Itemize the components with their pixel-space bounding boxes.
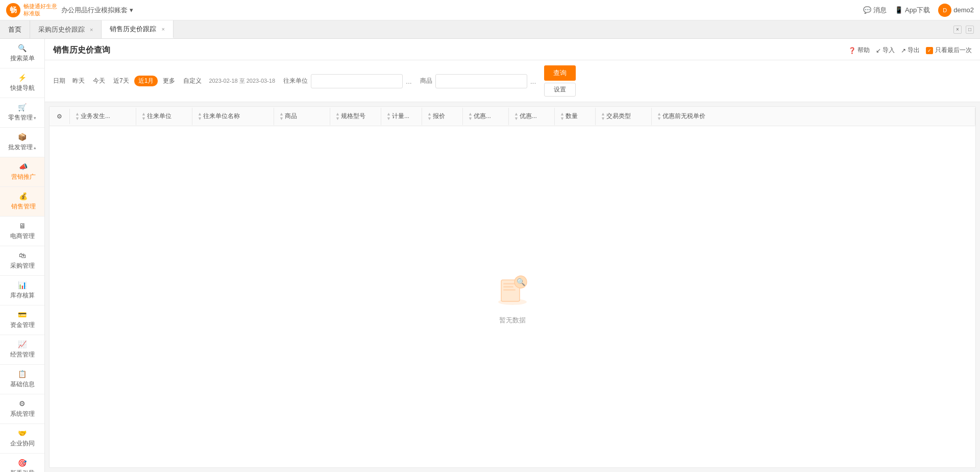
- help-label: 帮助: [857, 46, 870, 55]
- settings-icon: ⚙: [57, 113, 62, 120]
- sidebar-item-system[interactable]: ⚙ 系统管理: [0, 394, 44, 424]
- table-container: ⚙ ▲▼ 业务发生... ▲▼ 往来单位 ▲▼ 往来单位名称 ▲▼ 商品: [49, 106, 976, 468]
- th-price-notax[interactable]: ▲▼ 优惠前无税单价: [652, 108, 975, 125]
- export-icon: ↗: [901, 47, 906, 54]
- help-button[interactable]: ❓ 帮助: [848, 46, 870, 55]
- sidebar-item-finance[interactable]: 💳 资金管理: [0, 305, 44, 335]
- tab-home[interactable]: 首页: [0, 20, 30, 38]
- retail-icon: 🛒: [18, 103, 27, 111]
- download-icon: 📱: [895, 6, 903, 14]
- tab-close-sales[interactable]: ×: [161, 26, 164, 32]
- sidebar-item-inventory[interactable]: 📊 库存核算: [0, 276, 44, 305]
- th-quantity[interactable]: ▲▼ 数量: [555, 108, 596, 125]
- page-title: 销售历史价查询: [53, 45, 110, 56]
- tab-sales-history[interactable]: 销售历史价跟踪 ×: [102, 20, 173, 38]
- sidebar-item-salesmgmt[interactable]: 💰 销售管理: [0, 187, 44, 217]
- th-sort-icon: ▲▼: [75, 112, 80, 121]
- th-trade-type-label: 交易类型: [606, 112, 631, 121]
- goods-filter-group: 商品 ...: [420, 74, 536, 88]
- sidebar-label-search: 搜索菜单: [10, 54, 35, 63]
- import-button[interactable]: ↙ 导入: [876, 46, 895, 55]
- sidebar-item-quicknav[interactable]: ⚡ 快捷导航: [0, 68, 44, 98]
- date-btn-1month[interactable]: 近1月: [134, 76, 158, 86]
- top-bar-left: 畅 畅捷通好生意 标准版 办公用品行业模拟账套 ▾: [6, 3, 133, 17]
- logo-icon: 畅: [6, 3, 20, 17]
- th-sort-icon11: ▲▼: [601, 112, 605, 121]
- th-partner-code[interactable]: ▲▼ 往来单位: [136, 108, 192, 125]
- sidebar-item-search[interactable]: 🔍 搜索菜单: [0, 39, 44, 68]
- th-sort-icon8: ▲▼: [468, 112, 473, 121]
- sidebar-label-quicknav: 快捷导航: [10, 84, 35, 92]
- app-title-area[interactable]: 办公用品行业模拟账套 ▾: [61, 6, 133, 15]
- sidebar-item-retail[interactable]: 🛒 零售管理 ▾: [0, 98, 44, 128]
- svg-text:🔍: 🔍: [517, 278, 526, 287]
- maximize-window-button[interactable]: □: [966, 26, 974, 34]
- empty-text: 暂无数据: [499, 316, 526, 325]
- content-area: 销售历史价查询 ❓ 帮助 ↙ 导入 ↗ 导出 ✓ 只看最后一次: [45, 39, 980, 472]
- th-goods[interactable]: ▲▼ 商品: [274, 108, 330, 125]
- tab-close-purchase[interactable]: ×: [90, 27, 93, 33]
- th-sort-icon12: ▲▼: [657, 112, 662, 121]
- th-partner-name[interactable]: ▲▼ 往来单位名称: [192, 108, 274, 125]
- th-unit-label: 计量...: [392, 112, 409, 121]
- sidebar-item-basic[interactable]: 📋 基础信息: [0, 365, 44, 394]
- th-goods-label: 商品: [285, 112, 297, 121]
- partner-label: 往来单位: [283, 77, 308, 85]
- th-sort-icon6: ▲▼: [386, 112, 391, 121]
- close-window-button[interactable]: ×: [953, 26, 962, 34]
- date-btn-7days[interactable]: 近7天: [110, 76, 132, 86]
- import-icon: ↙: [876, 47, 881, 54]
- tab-purchase-history[interactable]: 采购历史价跟踪 ×: [30, 20, 102, 38]
- th-settings[interactable]: ⚙: [50, 109, 70, 124]
- table-body: 🔍 暂无数据: [50, 126, 975, 467]
- sidebar-item-purchase[interactable]: 🛍 采购管理: [0, 246, 44, 276]
- th-spec[interactable]: ▲▼ 规格型号: [330, 108, 381, 125]
- message-button[interactable]: 💬 消息: [863, 6, 887, 15]
- wholesale-expand-icon: ▴: [34, 145, 36, 150]
- query-button[interactable]: 查询: [544, 65, 576, 81]
- goods-more-icon[interactable]: ...: [530, 77, 536, 85]
- partner-input[interactable]: [311, 74, 403, 88]
- date-btn-more[interactable]: 更多: [160, 76, 178, 86]
- th-unit[interactable]: ▲▼ 计量...: [381, 108, 422, 125]
- finance-icon: 💳: [18, 311, 27, 319]
- checkbox-icon: ✓: [926, 47, 933, 54]
- sidebar-item-marketing[interactable]: 📣 营销推广: [0, 157, 44, 187]
- date-btn-yesterday[interactable]: 昨天: [69, 76, 88, 86]
- export-button[interactable]: ↗ 导出: [901, 46, 920, 55]
- sidebar: 🔍 搜索菜单 ⚡ 快捷导航 🛒 零售管理 ▾ 📦 批发管理 ▴ 📣 营销推广: [0, 39, 45, 472]
- basic-icon: 📋: [18, 370, 27, 378]
- app-download-button[interactable]: 📱 App下载: [895, 6, 930, 15]
- filter-bar: 日期 昨天 今天 近7天 近1月 更多 自定义 2023-02-18 至 202…: [45, 60, 980, 102]
- th-sort-icon9: ▲▼: [514, 112, 519, 121]
- sidebar-item-enterprise[interactable]: 🤝 企业协同: [0, 424, 44, 454]
- user-menu[interactable]: D demo2: [938, 4, 974, 17]
- goods-input[interactable]: [435, 74, 527, 88]
- th-quantity-label: 数量: [566, 112, 578, 121]
- settings-button[interactable]: 设置: [544, 83, 576, 97]
- th-price[interactable]: ▲▼ 报价: [422, 108, 463, 125]
- sidebar-item-wholesale[interactable]: 📦 批发管理 ▴: [0, 128, 44, 157]
- th-discount1-label: 优惠...: [474, 112, 491, 121]
- only-last-checkbox[interactable]: ✓ 只看最后一次: [926, 46, 972, 55]
- th-biz-date[interactable]: ▲▼ 业务发生...: [70, 108, 136, 125]
- sidebar-item-guide[interactable]: 🎯 新手引导: [0, 454, 44, 472]
- th-discount2[interactable]: ▲▼ 优惠...: [509, 108, 555, 125]
- partner-more-icon[interactable]: ...: [406, 77, 412, 85]
- date-btn-custom[interactable]: 自定义: [180, 76, 205, 86]
- th-discount1[interactable]: ▲▼ 优惠...: [463, 108, 509, 125]
- sidebar-label-marketing: 营销推广: [11, 173, 36, 181]
- date-btn-today[interactable]: 今天: [90, 76, 108, 86]
- sidebar-item-operation[interactable]: 📈 经营管理: [0, 335, 44, 365]
- export-label: 导出: [908, 46, 920, 55]
- only-last-label: 只看最后一次: [935, 46, 972, 55]
- sidebar-item-ecommerce[interactable]: 🖥 电商管理: [0, 217, 44, 246]
- avatar: D: [938, 4, 951, 17]
- dropdown-arrow-icon: ▾: [130, 6, 133, 14]
- salesmgmt-icon: 💰: [19, 192, 28, 200]
- help-icon: ❓: [848, 47, 856, 54]
- th-trade-type[interactable]: ▲▼ 交易类型: [596, 108, 652, 125]
- tab-bar: 首页 采购历史价跟踪 × 销售历史价跟踪 × × □: [0, 20, 980, 39]
- logo-area: 畅 畅捷通好生意 标准版: [6, 3, 57, 17]
- th-sort-icon7: ▲▼: [427, 112, 432, 121]
